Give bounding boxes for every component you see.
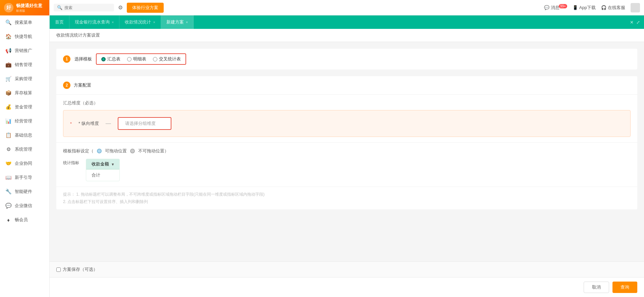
metrics-table-container: 收款金额 ▾ 合计 (86, 159, 120, 181)
radio-summary[interactable]: 汇总表 (101, 56, 120, 62)
finance-icon: 💰 (5, 104, 11, 110)
breadcrumb-text: 收款情况统计方案设置 (56, 33, 100, 38)
sidebar-item-operations[interactable]: 📊 经营管理 (0, 114, 49, 128)
basicinfo-icon: 📋 (5, 132, 11, 138)
query-button[interactable]: 查询 (612, 282, 637, 293)
footer-bar: 取消 查询 (50, 277, 644, 297)
avatar[interactable] (631, 3, 640, 12)
required-mark: * (70, 121, 72, 126)
non-draggable-dot (130, 149, 135, 153)
sidebar: 好 畅捷通好生意 标准版 🔍 搜索菜单 🏠 快捷导航 📢 营销推广 💼 销售管理… (0, 0, 50, 297)
sidebar-item-label: 营销推广 (15, 48, 32, 54)
sidebar-item-label: 新手引导 (15, 175, 32, 181)
radio-detail-input[interactable] (127, 57, 131, 61)
metrics-header: 模板指标设定（ 可拖动位置 不可拖动位置） (63, 148, 631, 154)
dimension-row-label: * 纵向维度 (78, 120, 99, 127)
service-label: 在线客服 (608, 5, 625, 11)
sidebar-item-guide[interactable]: 📖 新手引导 (0, 170, 49, 185)
step2-section: 2 方案配置 汇总维度（必选） * * 纵向维度 — 请选择分组维度 (56, 76, 637, 209)
tab-cashflow-close[interactable]: × (112, 20, 114, 24)
sidebar-item-finance[interactable]: 💰 资金管理 (0, 100, 49, 114)
sidebar-item-inventory[interactable]: 📦 库存核算 (0, 86, 49, 100)
hint-line-1: 提示： 1. 拖动标题栏可以调整布局，不可跨维度或指标区域拖动栏目字段(只能在同… (63, 191, 631, 198)
dimension-select[interactable]: 请选择分组维度 (118, 117, 171, 130)
gear-icon[interactable]: ⚙ (117, 3, 124, 12)
tab-home[interactable]: 首页 (50, 15, 69, 29)
tab-newplan-close[interactable]: × (186, 20, 188, 24)
sidebar-item-label: 企业协同 (15, 160, 32, 166)
notification-label: 消息 (551, 5, 559, 11)
service-item[interactable]: 🎧 在线客服 (601, 5, 625, 11)
sales-icon: 💼 (5, 62, 11, 68)
search-input[interactable] (64, 5, 108, 10)
step1-row: 1 选择模板 汇总表 明细表 交叉统计表 (63, 53, 631, 65)
logo-text: 畅捷通好生意 (16, 3, 42, 9)
sidebar-item-label: 经营管理 (15, 118, 32, 124)
content-area: 收款情况统计方案设置 1 选择模板 汇总表 明细表 (50, 29, 644, 297)
radio-summary-input[interactable] (101, 57, 106, 61)
inventory-icon: 📦 (5, 90, 11, 96)
search-box[interactable]: 🔍 (54, 4, 114, 11)
logo-icon: 好 (4, 3, 13, 12)
download-item[interactable]: 📱 App下载 (573, 5, 596, 11)
main-area: 🔍 ⚙ 体验行业方案 💬 消息 99+ 📱 App下载 🎧 在线客服 (50, 0, 644, 297)
sidebar-item-system[interactable]: ⚙ 系统管理 (0, 142, 49, 156)
form-area: 1 选择模板 汇总表 明细表 交叉统计表 (50, 42, 644, 261)
wechat-icon: 💬 (5, 203, 11, 209)
tab-home-label: 首页 (55, 19, 64, 25)
sidebar-item-sales[interactable]: 💼 销售管理 (0, 58, 49, 72)
sidebar-item-hardware[interactable]: 🔧 智能硬件 (0, 185, 49, 199)
metrics-layout: 统计指标 收款金额 ▾ 合计 (63, 159, 631, 181)
tab-cashflow[interactable]: 现金银行流水查询 × (69, 15, 119, 29)
sidebar-item-enterprise[interactable]: 🤝 企业协同 (0, 156, 49, 170)
tab-receipts[interactable]: 收款情况统计 × (119, 15, 161, 29)
radio-detail-label: 明细表 (133, 56, 146, 62)
window-expand-icon[interactable]: ⤢ (636, 20, 640, 25)
sidebar-item-search[interactable]: 🔍 搜索菜单 (0, 15, 49, 30)
sidebar-item-label: 销售管理 (15, 62, 32, 68)
notification-item[interactable]: 💬 消息 99+ (544, 5, 567, 11)
tab-newplan-label: 新建方案 (166, 19, 184, 25)
page-breadcrumb: 收款情况统计方案设置 (50, 29, 644, 42)
purchase-icon: 🛒 (5, 76, 11, 82)
metrics-data-row: 合计 (86, 169, 119, 181)
sidebar-item-member[interactable]: ♦ 畅会员 (0, 213, 49, 227)
operations-icon: 📊 (5, 118, 11, 124)
download-label: App下载 (579, 5, 596, 11)
save-checkbox[interactable] (56, 267, 61, 272)
dimension-arrow: — (106, 120, 111, 127)
sidebar-item-basicinfo[interactable]: 📋 基础信息 (0, 128, 49, 142)
radio-summary-label: 汇总表 (107, 56, 120, 62)
notification-badge: 99+ (559, 4, 567, 8)
sidebar-item-label: 搜索菜单 (15, 19, 32, 26)
sidebar-logo: 好 畅捷通好生意 标准版 (0, 0, 49, 15)
sidebar-item-label: 采购管理 (15, 76, 32, 82)
sidebar-item-nav[interactable]: 🏠 快捷导航 (0, 30, 49, 44)
system-icon: ⚙ (5, 146, 11, 152)
sidebar-item-purchase[interactable]: 🛒 采购管理 (0, 72, 49, 86)
window-controls: ✕ ⤢ (626, 15, 644, 29)
draggable-label: 可拖动位置 (105, 148, 127, 154)
window-close-icon[interactable]: ✕ (630, 20, 634, 25)
metrics-header-row: 收款金额 ▾ (86, 159, 119, 169)
metrics-dropdown-icon[interactable]: ▾ (112, 162, 114, 167)
industry-btn[interactable]: 体验行业方案 (127, 3, 164, 13)
sidebar-item-marketing[interactable]: 📢 营销推广 (0, 44, 49, 58)
radio-detail[interactable]: 明细表 (127, 56, 146, 62)
sidebar-item-wechat[interactable]: 💬 企业微信 (0, 199, 49, 213)
template-radio-group: 汇总表 明细表 交叉统计表 (96, 53, 186, 65)
radio-cross-input[interactable] (153, 57, 157, 61)
member-icon: ♦ (5, 217, 11, 223)
tab-newplan[interactable]: 新建方案 × (161, 15, 194, 29)
search-icon: 🔍 (57, 5, 62, 10)
save-checkbox-item[interactable]: 方案保存（可选） (56, 266, 98, 273)
cancel-button[interactable]: 取消 (584, 282, 609, 293)
logo-edition: 标准版 (16, 9, 42, 13)
metrics-section: 模板指标设定（ 可拖动位置 不可拖动位置） 统计指标 收款金额 (56, 142, 637, 187)
tab-receipts-close[interactable]: × (153, 20, 155, 24)
metrics-row-value: 合计 (92, 172, 100, 178)
radio-cross[interactable]: 交叉统计表 (153, 56, 181, 62)
tab-receipts-label: 收款情况统计 (125, 19, 151, 25)
sidebar-item-label: 企业微信 (15, 203, 32, 209)
step2-label: 方案配置 (74, 82, 91, 88)
